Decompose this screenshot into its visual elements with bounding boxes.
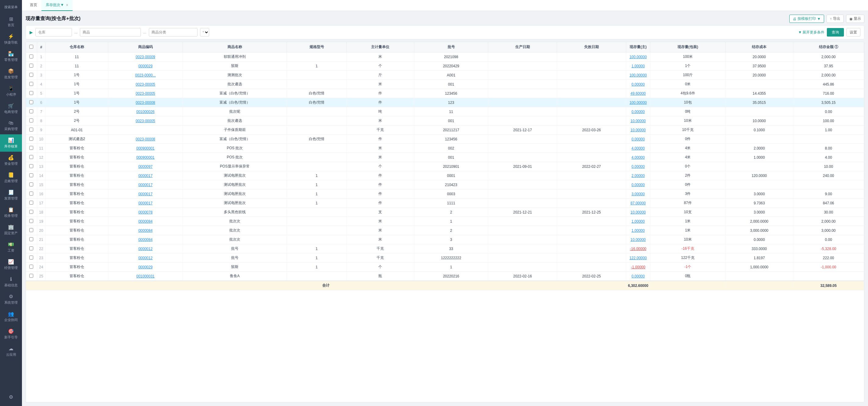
more-conditions-button[interactable]: ▼ 展开更多条件 [798,30,825,35]
code-link[interactable]: 0000017 [138,183,153,187]
sidebar-item-guide[interactable]: 🎯 新手引导 [0,325,22,343]
row-checkbox[interactable] [26,107,37,116]
qty-main-link[interactable]: 122.00000 [629,256,647,260]
row-checkbox[interactable] [26,235,37,244]
sidebar-item-tax[interactable]: 📋 税务管理 [0,204,22,221]
sidebar-item-operation[interactable]: 📈 经营管理 [0,256,22,273]
qty-main-link[interactable]: -1.00000 [631,265,645,269]
display-button[interactable]: ◉ 显示 [846,14,864,23]
sidebar-item-fixed-assets[interactable]: 🏢 固定资产 [0,221,22,238]
qty-main-link[interactable]: 100.00000 [629,55,647,59]
row-checkbox[interactable] [26,180,37,190]
row-checkbox[interactable] [26,253,37,263]
row-checkbox[interactable] [26,190,37,199]
code-link[interactable]: 0023-00005 [136,82,155,87]
tab-close-icon[interactable]: ✕ [66,3,68,7]
qty-main-link[interactable]: 0.00000 [631,165,645,169]
code-link[interactable]: 0000029 [138,265,153,269]
sidebar-item-finance[interactable]: 💰 资金管理 [0,152,22,169]
sidebar-item-home[interactable]: ⊞ 首页 [0,13,22,30]
row-checkbox[interactable] [26,199,37,208]
row-checkbox[interactable] [26,144,37,153]
code-link[interactable]: 0000017 [138,201,153,205]
sidebar-search[interactable]: 搜索菜单 [0,2,22,12]
filter-expand-icon[interactable]: ▶ [30,30,33,35]
qty-main-link[interactable]: 4.00000 [631,146,645,150]
sidebar-item-purchase[interactable]: 🛍 采购管理 [0,117,22,134]
sidebar-item-inventory[interactable]: 📊 库存核算 [0,134,22,152]
sidebar-item-basic-info[interactable]: ℹ 基础信息 [0,273,22,291]
code-link[interactable]: 0000078 [138,210,153,214]
code-link[interactable]: 000900001 [136,146,155,150]
export-button[interactable]: ↑ 导出 [827,14,844,23]
sidebar-item-system[interactable]: ⚙ 系统管理 [0,291,22,308]
sidebar-item-ecommerce[interactable]: 🛒 电商管理 [0,100,22,117]
qty-main-link[interactable]: 0.00000 [631,137,645,141]
code-link[interactable]: 0023-00008 [136,101,155,105]
code-link[interactable]: 0000097 [138,165,153,169]
row-checkbox[interactable] [26,208,37,217]
qty-main-link[interactable]: 87.00000 [630,201,646,205]
row-checkbox[interactable] [26,126,37,135]
row-checkbox[interactable] [26,226,37,235]
sidebar-item-ledger[interactable]: 📒 总账管理 [0,169,22,187]
code-link[interactable]: 000900001 [136,155,155,160]
qty-main-link[interactable]: 4.00000 [631,155,645,160]
qty-main-link[interactable]: 10.00000 [630,128,646,132]
row-checkbox[interactable] [26,153,37,162]
row-checkbox[interactable] [26,135,37,144]
code-link[interactable]: 0023-00008 [136,137,155,141]
category-input[interactable] [149,28,197,37]
row-checkbox[interactable] [26,244,37,253]
code-link[interactable]: 0000029 [138,64,153,68]
sidebar-settings-button[interactable]: ⚙ [8,391,14,403]
code-link[interactable]: 001000026 [136,110,155,114]
sidebar-item-quick-nav[interactable]: ⚡ 快捷导航 [0,30,22,48]
qty-main-link[interactable]: 49.60000 [630,91,646,96]
tab-home[interactable]: 首页 [26,0,41,11]
query-button[interactable]: 查询 [827,28,844,37]
category-select[interactable]: ▼ [200,28,209,37]
row-checkbox[interactable] [26,89,37,98]
row-checkbox[interactable] [26,62,37,71]
code-link[interactable]: 0000012 [138,256,153,260]
warehouse-input[interactable] [35,28,72,37]
row-checkbox[interactable] [26,263,37,272]
qty-main-link[interactable]: 10.00000 [630,210,646,214]
qty-main-link[interactable]: 100.00000 [629,73,647,77]
code-link[interactable]: 0000084 [138,238,153,242]
sidebar-item-salary[interactable]: 💵 工资 [0,238,22,256]
code-link[interactable]: 0000012 [138,247,153,251]
qty-main-link[interactable]: 3.00000 [631,192,645,196]
sidebar-item-mini-app[interactable]: 📱 小程序 [0,82,22,100]
code-link[interactable]: 0000084 [138,219,153,224]
code-link[interactable]: 0023-00009 [136,55,155,59]
col-checkbox[interactable] [26,42,37,53]
row-checkbox[interactable] [26,71,37,80]
code-link[interactable]: 0023-0000... [135,73,155,77]
row-checkbox[interactable] [26,272,37,281]
qty-main-link[interactable]: 10.00000 [630,238,646,242]
code-link[interactable]: 001000031 [136,274,155,278]
code-link[interactable]: 0000017 [138,192,153,196]
qty-main-link[interactable]: 1.00000 [631,229,645,233]
qty-main-link[interactable]: 0.00000 [631,274,645,278]
row-checkbox[interactable] [26,162,37,171]
qty-main-link[interactable]: 2.00000 [631,174,645,178]
sidebar-item-enterprise[interactable]: 👥 企业协同 [0,308,22,325]
code-link[interactable]: 0023-00005 [136,119,155,123]
qty-main-link[interactable]: 0.00000 [631,183,645,187]
row-checkbox[interactable] [26,116,37,126]
sidebar-item-cloud[interactable]: ☁ 云应用 [0,343,22,360]
select-all-checkbox[interactable] [29,45,33,49]
sidebar-item-retail[interactable]: 🏪 零售管理 [0,48,22,65]
code-link[interactable]: 0000084 [138,229,153,233]
code-link[interactable]: 0023-00005 [136,91,155,96]
qty-main-link[interactable]: 1.00000 [631,219,645,224]
qty-main-link[interactable]: 0.00000 [631,110,645,114]
qty-main-link[interactable]: 10.00000 [630,119,646,123]
print-button[interactable]: 🖨 按模板打印 ▼ [789,14,824,23]
qty-main-link[interactable]: 1.00000 [631,64,645,68]
settings-button[interactable]: 设置 [846,28,860,37]
goods-input[interactable] [80,28,141,37]
